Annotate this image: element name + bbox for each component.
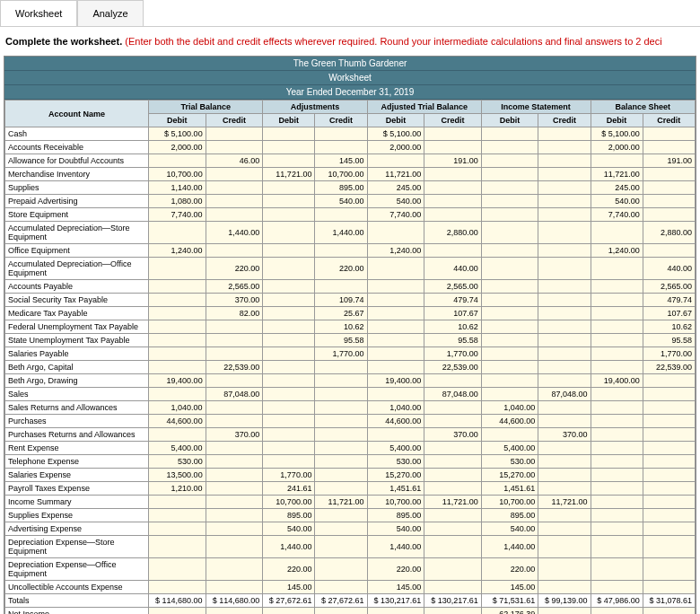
- value-cell[interactable]: 1,770.00: [263, 469, 315, 482]
- value-cell[interactable]: [538, 334, 591, 347]
- value-cell[interactable]: 10,700.00: [481, 496, 538, 509]
- value-cell[interactable]: 1,240.00: [367, 244, 424, 258]
- value-cell[interactable]: [149, 361, 206, 374]
- value-cell[interactable]: [481, 222, 538, 244]
- value-cell[interactable]: [424, 536, 482, 558]
- value-cell[interactable]: [149, 347, 206, 361]
- value-cell[interactable]: 11,721.00: [591, 168, 643, 181]
- value-cell[interactable]: 1,440.00: [315, 222, 367, 244]
- value-cell[interactable]: 1,440.00: [481, 536, 538, 558]
- value-cell[interactable]: 370.00: [538, 428, 591, 442]
- value-cell[interactable]: [591, 154, 643, 168]
- value-cell[interactable]: [591, 482, 643, 496]
- value-cell[interactable]: [424, 415, 482, 428]
- value-cell[interactable]: [538, 141, 591, 154]
- value-cell[interactable]: [591, 401, 643, 415]
- value-cell[interactable]: [424, 401, 482, 415]
- value-cell[interactable]: [149, 496, 206, 509]
- value-cell[interactable]: [538, 455, 591, 469]
- value-cell[interactable]: [538, 195, 591, 208]
- value-cell[interactable]: [315, 522, 367, 536]
- value-cell[interactable]: [591, 581, 643, 594]
- value-cell[interactable]: [263, 401, 315, 415]
- value-cell[interactable]: [643, 244, 695, 258]
- value-cell[interactable]: 145.00: [263, 581, 315, 594]
- value-cell[interactable]: 530.00: [149, 455, 206, 469]
- value-cell[interactable]: [263, 307, 315, 320]
- value-cell[interactable]: 1,770.00: [643, 347, 695, 361]
- value-cell[interactable]: [643, 428, 695, 442]
- value-cell[interactable]: [149, 581, 206, 594]
- value-cell[interactable]: 220.00: [206, 258, 263, 280]
- value-cell[interactable]: [367, 320, 424, 334]
- value-cell[interactable]: [591, 496, 643, 509]
- value-cell[interactable]: [591, 558, 643, 581]
- value-cell[interactable]: 1,440.00: [206, 222, 263, 244]
- value-cell[interactable]: 15,270.00: [367, 469, 424, 482]
- value-cell[interactable]: [591, 347, 643, 361]
- value-cell[interactable]: [315, 141, 367, 154]
- value-cell[interactable]: [367, 307, 424, 320]
- value-cell[interactable]: 440.00: [643, 258, 695, 280]
- value-cell[interactable]: [538, 294, 591, 307]
- value-cell[interactable]: [149, 428, 206, 442]
- value-cell[interactable]: [538, 244, 591, 258]
- value-cell[interactable]: [424, 442, 482, 455]
- value-cell[interactable]: [424, 195, 482, 208]
- value-cell[interactable]: [424, 581, 482, 594]
- value-cell[interactable]: [538, 415, 591, 428]
- tab-analyze[interactable]: Analyze: [77, 0, 143, 26]
- value-cell[interactable]: 82.00: [206, 307, 263, 320]
- value-cell[interactable]: [206, 127, 263, 141]
- value-cell[interactable]: 220.00: [315, 258, 367, 280]
- value-cell[interactable]: 2,000.00: [591, 141, 643, 154]
- value-cell[interactable]: [263, 334, 315, 347]
- value-cell[interactable]: [367, 294, 424, 307]
- value-cell[interactable]: [481, 127, 538, 141]
- value-cell[interactable]: [206, 334, 263, 347]
- value-cell[interactable]: [367, 361, 424, 374]
- value-cell[interactable]: 895.00: [263, 509, 315, 522]
- value-cell[interactable]: [424, 469, 482, 482]
- value-cell[interactable]: 540.00: [367, 195, 424, 208]
- value-cell[interactable]: [538, 608, 591, 615]
- value-cell[interactable]: [315, 581, 367, 594]
- value-cell[interactable]: 95.58: [643, 334, 695, 347]
- value-cell[interactable]: [643, 558, 695, 581]
- value-cell[interactable]: 2,565.00: [206, 280, 263, 294]
- value-cell[interactable]: [538, 482, 591, 496]
- value-cell[interactable]: 1,240.00: [591, 244, 643, 258]
- value-cell[interactable]: [263, 442, 315, 455]
- value-cell[interactable]: [149, 222, 206, 244]
- value-cell[interactable]: [315, 608, 367, 615]
- value-cell[interactable]: [591, 361, 643, 374]
- value-cell[interactable]: [538, 442, 591, 455]
- value-cell[interactable]: [263, 244, 315, 258]
- value-cell[interactable]: 220.00: [367, 558, 424, 581]
- value-cell[interactable]: [263, 347, 315, 361]
- value-cell[interactable]: 1,080.00: [149, 195, 206, 208]
- value-cell[interactable]: [263, 222, 315, 244]
- value-cell[interactable]: 5,400.00: [481, 442, 538, 455]
- value-cell[interactable]: $ 5,100.00: [367, 127, 424, 141]
- value-cell[interactable]: $ 5,100.00: [591, 127, 643, 141]
- value-cell[interactable]: [481, 374, 538, 388]
- value-cell[interactable]: [424, 558, 482, 581]
- value-cell[interactable]: 1,040.00: [481, 401, 538, 415]
- value-cell[interactable]: 1,210.00: [149, 482, 206, 496]
- value-cell[interactable]: 10,700.00: [367, 496, 424, 509]
- value-cell[interactable]: 11,721.00: [315, 496, 367, 509]
- value-cell[interactable]: 540.00: [591, 195, 643, 208]
- value-cell[interactable]: [424, 168, 482, 181]
- value-cell[interactable]: [149, 608, 206, 615]
- value-cell[interactable]: 1,040.00: [367, 401, 424, 415]
- value-cell[interactable]: [538, 258, 591, 280]
- value-cell[interactable]: [206, 415, 263, 428]
- value-cell[interactable]: [481, 388, 538, 401]
- value-cell[interactable]: 10.62: [643, 320, 695, 334]
- value-cell[interactable]: [315, 208, 367, 222]
- value-cell[interactable]: [538, 374, 591, 388]
- value-cell[interactable]: [538, 222, 591, 244]
- value-cell[interactable]: [424, 181, 482, 195]
- value-cell[interactable]: 19,400.00: [149, 374, 206, 388]
